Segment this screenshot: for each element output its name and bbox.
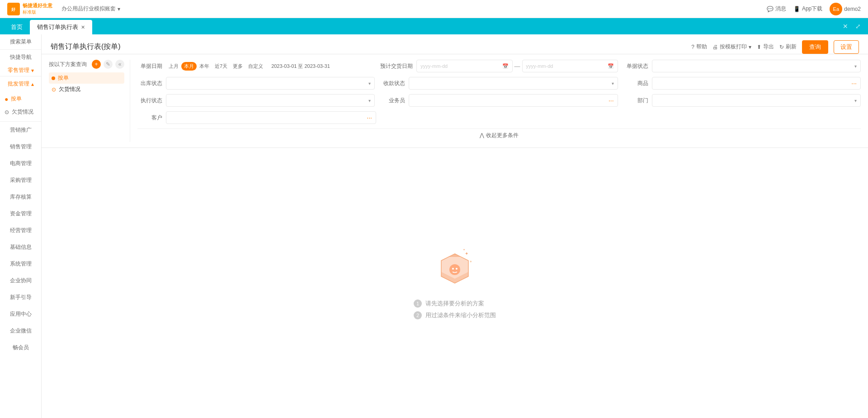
sidebar-section-retail: 零售管理 ▾ <box>0 63 41 76</box>
date-range-inputs: yyyy-mm-dd 📅 — yyyy-mm-dd 📅 <box>416 60 618 72</box>
message-action[interactable]: 💬 消息 <box>767 5 786 13</box>
template-print-label: 按模板打印 <box>720 43 747 51</box>
calendar-start-icon[interactable]: 📅 <box>502 63 509 69</box>
doc-status-label: 单据状态 <box>623 62 648 70</box>
scheme-item-order[interactable]: 按单 <box>49 72 124 84</box>
tab-close-icon[interactable]: ✕ <box>81 24 85 30</box>
date-tab-thismonth[interactable]: 本月 <box>181 62 197 71</box>
sidebar-item-basic[interactable]: 基础信息 <box>0 239 41 256</box>
date-tab-more[interactable]: 更多 <box>230 62 245 71</box>
sidebar-sales-label: 销售管理 <box>10 143 32 151</box>
sidebar-quick-nav[interactable]: 快捷导航 <box>0 50 41 63</box>
tab-home[interactable]: 首页 <box>4 20 30 34</box>
tab-expand-btn[interactable]: ⤢ <box>854 21 863 32</box>
data-area: ✦ ✦ ✦ 1 请先选择要分析的方案 <box>42 148 868 418</box>
settings-button[interactable]: 设置 <box>834 40 859 54</box>
refresh-btn[interactable]: ↻ 刷新 <box>779 43 797 51</box>
sidebar-item-member[interactable]: 畅会员 <box>0 339 41 356</box>
date-range-text: 2023-03-01 至 2023-03-31 <box>271 63 330 70</box>
step-1-text: 请先选择要分析的方案 <box>425 299 484 308</box>
sidebar-item-retail[interactable]: 零售管理 ▾ <box>0 63 41 76</box>
empty-step-2: 2 用过滤条件来缩小分析范围 <box>414 311 496 319</box>
customer-select[interactable]: ··· <box>166 111 376 124</box>
ship-status-select[interactable]: ▾ <box>166 77 375 90</box>
message-icon: 💬 <box>767 6 774 12</box>
export-label: 导出 <box>763 43 774 51</box>
doc-status-arrow-icon: ▾ <box>854 64 857 69</box>
query-button[interactable]: 查询 <box>802 40 828 54</box>
date-tab-custom[interactable]: 自定义 <box>245 62 266 71</box>
exec-status-select[interactable]: ▾ <box>166 94 375 107</box>
sidebar-item-inventory[interactable]: 库存核算 <box>0 189 41 205</box>
sidebar-wechat-label: 企业微信 <box>10 327 32 335</box>
filter-field-dept: 部门 ▾ <box>623 94 861 107</box>
sidebar-item-system[interactable]: 系统管理 <box>0 256 41 272</box>
svg-text:✦: ✦ <box>463 248 465 251</box>
date-start-input[interactable]: yyyy-mm-dd 📅 <box>416 60 512 72</box>
export-btn[interactable]: ⬆ 导出 <box>757 43 774 51</box>
svg-point-8 <box>449 264 460 275</box>
dept-select[interactable]: ▾ <box>652 94 861 107</box>
customer-dots[interactable]: ··· <box>367 114 372 121</box>
sidebar-item-guide[interactable]: 新手引导 <box>0 289 41 306</box>
active-dot-icon: ● <box>5 95 8 103</box>
app-icon: 📱 <box>793 6 800 12</box>
date-tab-thisyear[interactable]: 本年 <box>197 62 212 71</box>
tab-close-window-btn[interactable]: ✕ <box>841 21 850 32</box>
sidebar-search[interactable]: 搜索菜单 <box>0 34 41 50</box>
filter-field-receipt-status: 收款状态 ▾ <box>380 77 618 90</box>
collapse-scheme-btn[interactable]: « <box>115 60 124 69</box>
tab-sales-label: 销售订单执行表 <box>37 23 78 31</box>
salesman-select[interactable]: ··· <box>409 94 618 107</box>
help-label: 帮助 <box>696 43 707 51</box>
sidebar-sub-order[interactable]: ● 按单 <box>0 92 41 105</box>
date-tab-lastmonth[interactable]: 上月 <box>166 62 181 71</box>
sidebar-item-operation[interactable]: 经营管理 <box>0 222 41 239</box>
sidebar-item-marketing[interactable]: 营销推广 <box>0 122 41 138</box>
goods-dots[interactable]: ··· <box>851 80 857 87</box>
sidebar-item-appcenter[interactable]: 应用中心 <box>0 306 41 323</box>
estimated-date-label: 预计交货日期 <box>380 62 413 70</box>
date-tabs: 上月 本月 本年 近7天 更多 自定义 <box>166 62 266 71</box>
add-scheme-btn[interactable]: + <box>92 60 101 69</box>
breadcrumb[interactable]: 办公用品行业模拟账套 ▾ <box>61 5 120 13</box>
doc-status-select[interactable]: ▾ <box>652 60 861 72</box>
filter-field-doc-status: 单据状态 ▾ <box>623 60 861 72</box>
step-2-num: 2 <box>414 311 422 319</box>
app-download-label: App下载 <box>802 5 822 13</box>
sidebar-sub-shortage[interactable]: ⊙ 欠货情况 <box>0 105 41 119</box>
receipt-status-select[interactable]: ▾ <box>409 77 618 90</box>
help-btn[interactable]: ? 帮助 <box>691 43 707 51</box>
sidebar-sub-shortage-label: 欠货情况 <box>12 108 33 116</box>
sidebar-retail-label: 零售管理 <box>8 66 29 74</box>
receipt-status-label: 收款状态 <box>380 80 405 87</box>
salesman-dots[interactable]: ··· <box>609 97 614 104</box>
date-end-input[interactable]: yyyy-mm-dd 📅 <box>522 60 618 72</box>
sidebar-item-collab[interactable]: 企业协同 <box>0 272 41 289</box>
tab-sales-order[interactable]: 销售订单执行表 ✕ <box>30 20 92 34</box>
date-tab-7days[interactable]: 近7天 <box>212 62 230 71</box>
goods-select[interactable]: ··· <box>652 77 861 90</box>
calendar-end-icon[interactable]: 📅 <box>608 63 614 69</box>
edit-scheme-btn[interactable]: ✎ <box>104 60 113 69</box>
sidebar-item-wholesale[interactable]: 批发管理 ▴ <box>0 76 41 90</box>
sidebar-item-finance[interactable]: 资金管理 <box>0 205 41 222</box>
user-action[interactable]: Ea demo2 <box>830 3 861 15</box>
logo-icon: 好 <box>7 3 20 15</box>
scheme-item-shortage[interactable]: ⊙ 欠货情况 <box>49 84 124 95</box>
filter-right-panel: 单据日期 上月 本月 本年 近7天 更多 自定义 20 <box>130 60 861 142</box>
active-scheme-dot <box>52 76 55 80</box>
sidebar-item-wechat[interactable]: 企业微信 <box>0 323 41 339</box>
collapse-bar[interactable]: ⋀ 收起更多条件 <box>137 128 861 142</box>
date-label: 单据日期 <box>137 62 162 70</box>
logo-text: 畅捷通好生意 标准版 <box>23 2 52 15</box>
sidebar-item-purchase[interactable]: 采购管理 <box>0 172 41 189</box>
filter-left-actions: + ✎ « <box>92 60 124 69</box>
empty-state: ✦ ✦ ✦ 1 请先选择要分析的方案 <box>414 247 496 319</box>
app-download-action[interactable]: 📱 App下载 <box>793 5 822 13</box>
sidebar-item-ecommerce[interactable]: 电商管理 <box>0 155 41 172</box>
sidebar-ecommerce-label: 电商管理 <box>10 160 32 167</box>
template-print-btn[interactable]: 🖨 按模板打印 ▾ <box>712 43 751 51</box>
date-separator: — <box>514 63 520 70</box>
sidebar-item-sales[interactable]: 销售管理 <box>0 138 41 155</box>
